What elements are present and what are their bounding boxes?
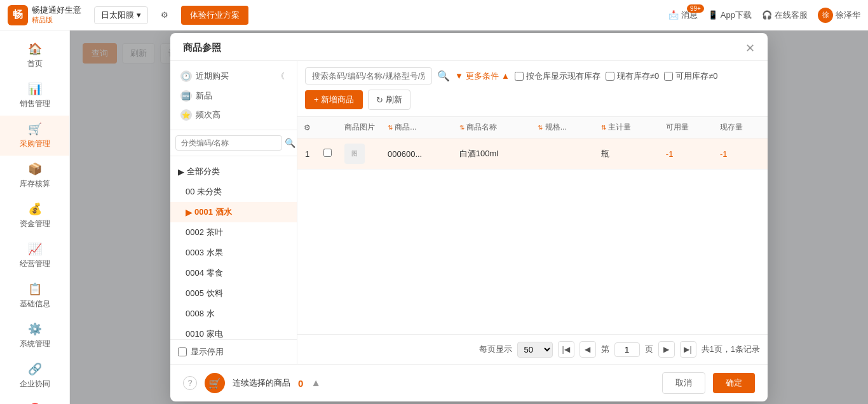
category-appliance[interactable]: 0010 家电 <box>170 324 297 339</box>
row-stock: -1 <box>714 138 768 170</box>
product-table-container: ⚙ 商品图片 ⇅ 商品... <box>297 117 768 334</box>
sidebar-item-basic-info[interactable]: 📋 基础信息 <box>0 276 69 316</box>
nav-frequent[interactable]: ⭐ 频次高 <box>175 105 292 125</box>
row-name: 白酒100ml <box>453 138 532 170</box>
col-name[interactable]: ⇅ 商品名称 <box>453 117 532 138</box>
filter-stock-nonzero-checkbox[interactable] <box>606 72 614 81</box>
logo-text: 畅捷通好生意 精品版 <box>32 5 81 25</box>
expand-arrow-icon: ▶ <box>178 167 184 177</box>
refresh-btn[interactable]: ↻ 刷新 <box>368 90 410 110</box>
sidebar-item-home[interactable]: 🏠 首页 <box>0 36 69 76</box>
modal-body: 🕐 近期购买 《 🆕 新品 ⭐ 频次高 <box>170 61 768 364</box>
product-search-btn[interactable]: 🔍 <box>437 70 450 82</box>
nav-recent[interactable]: 🕐 近期购买 《 <box>175 66 292 86</box>
row-code: 000600... <box>381 138 453 170</box>
category-all[interactable]: ▶ 全部分类 <box>170 161 297 182</box>
bell-icon: 📩 <box>668 10 679 20</box>
show-disabled-checkbox[interactable] <box>178 347 187 356</box>
cancel-btn[interactable]: 取消 <box>662 372 705 394</box>
cart-btn[interactable]: 🛒 <box>205 373 225 393</box>
sales-icon: 📊 <box>28 82 42 96</box>
category-tea[interactable]: 0002 茶叶 <box>170 222 297 243</box>
col-checkbox <box>317 117 338 138</box>
new-icon: 🆕 <box>180 90 192 102</box>
add-product-btn[interactable]: + 新增商品 <box>305 90 363 109</box>
nav-new[interactable]: 🆕 新品 <box>175 86 292 105</box>
store-selector[interactable]: 日太阳膜 ▾ <box>94 6 148 24</box>
sidebar-item-enterprise[interactable]: 🔗 企业协同 <box>0 356 69 396</box>
sidebar-item-purchase[interactable]: 🛒 采购管理 <box>0 116 69 156</box>
last-page-btn[interactable]: ▶| <box>680 341 696 358</box>
row-available: -1 <box>660 138 714 170</box>
avatar: 徐 <box>818 8 833 23</box>
product-search-input[interactable] <box>305 67 432 84</box>
sidebar-item-guide[interactable]: 🎯 新手引导 <box>0 396 69 404</box>
product-thumbnail: 图 <box>344 144 365 164</box>
col-image: 商品图片 <box>338 117 381 138</box>
category-water[interactable]: 0008 水 <box>170 304 297 324</box>
modal-footer: ? 🛒 连续选择的商品 0 ▲ 取消 确定 <box>170 364 768 401</box>
filter-available-nonzero-checkbox[interactable] <box>664 72 673 81</box>
modal-header: 商品参照 ✕ <box>170 33 768 61</box>
app-download-btn[interactable]: 📱 App下载 <box>708 10 752 21</box>
filter-by-warehouse[interactable]: 按仓库显示现有库存 <box>515 71 600 82</box>
prev-page-btn[interactable]: ◀ <box>580 341 596 358</box>
more-filter-btn[interactable]: ▼ 更多条件 ▲ <box>455 71 510 82</box>
filter-by-warehouse-checkbox[interactable] <box>515 72 524 81</box>
settings-icon[interactable]: ⚙ <box>154 5 175 25</box>
operations-icon: 📈 <box>28 242 42 256</box>
category-search-input[interactable] <box>175 135 282 151</box>
page-number-input[interactable] <box>614 342 640 357</box>
logo-area: 畅 畅捷通好生意 精品版 <box>8 5 81 25</box>
active-arrow-icon: ▶ <box>186 208 192 217</box>
headset-icon: 🎧 <box>762 10 772 20</box>
category-search-btn[interactable]: 🔍 <box>285 138 295 148</box>
left-panel-footer: 显示停用 <box>170 339 297 364</box>
home-icon: 🏠 <box>28 42 42 56</box>
sidebar-item-system[interactable]: ⚙️ 系统管理 <box>0 316 69 356</box>
table-header-row: ⚙ 商品图片 ⇅ 商品... <box>297 117 768 138</box>
sort-icon-spec: ⇅ <box>538 124 543 131</box>
first-page-btn[interactable]: |◀ <box>558 341 574 358</box>
category-snack[interactable]: 0004 零食 <box>170 263 297 283</box>
show-disabled-label[interactable]: 显示停用 <box>178 346 289 358</box>
next-page-btn[interactable]: ▶ <box>658 341 675 358</box>
experience-btn[interactable]: 体验行业方案 <box>181 6 248 25</box>
notification-btn[interactable]: 📩 消息 99+ <box>668 10 698 21</box>
collapse-footer-btn[interactable]: ▲ <box>311 377 321 389</box>
modal-close-btn[interactable]: ✕ <box>745 43 755 54</box>
sidebar-item-operations[interactable]: 📈 经营管理 <box>0 236 69 276</box>
right-panel: 🔍 ▼ 更多条件 ▲ 按仓库显示现有库存 现有库存≠0 <box>297 61 768 364</box>
filter-available-nonzero[interactable]: 可用库存≠0 <box>664 71 717 82</box>
sidebar-item-sales[interactable]: 📊 销售管理 <box>0 76 69 116</box>
row-index: 1 <box>297 138 317 170</box>
category-uncategorized[interactable]: 00 未分类 <box>170 182 297 202</box>
basic-info-icon: 📋 <box>28 282 42 296</box>
category-list: ▶ 全部分类 00 未分类 ▶ 0001 酒水 0002 茶叶 <box>170 156 297 339</box>
col-unit[interactable]: ⇅ 主计量 <box>595 117 660 138</box>
row-checkbox-cell[interactable] <box>317 138 338 170</box>
help-btn[interactable]: ? <box>183 376 197 390</box>
confirm-btn[interactable]: 确定 <box>713 373 755 393</box>
col-spec[interactable]: ⇅ 规格... <box>531 117 594 138</box>
enterprise-icon: 🔗 <box>28 362 42 376</box>
filter-stock-nonzero[interactable]: 现有库存≠0 <box>606 71 659 82</box>
page-size-select[interactable]: 50 100 200 <box>517 342 553 358</box>
online-service-btn[interactable]: 🎧 在线客服 <box>762 10 808 21</box>
sort-icon: ⇅ <box>388 124 393 131</box>
sidebar-item-inventory[interactable]: 📦 库存核算 <box>0 156 69 196</box>
table-row[interactable]: 1 图 000600... 白酒100ml <box>297 138 768 170</box>
category-liquor[interactable]: ▶ 0001 酒水 <box>170 202 297 222</box>
sort-icon-unit: ⇅ <box>601 124 606 131</box>
category-fruit[interactable]: 0003 水果 <box>170 243 297 263</box>
collapse-btn[interactable]: 《 <box>274 70 287 83</box>
main-content: 查询 刷新 设置 商品参照 ✕ 🕐 <box>70 30 868 404</box>
refresh-icon: ↻ <box>376 95 383 105</box>
category-drink[interactable]: 0005 饮料 <box>170 283 297 304</box>
sidebar-item-finance[interactable]: 💰 资金管理 <box>0 196 69 236</box>
col-settings[interactable]: ⚙ <box>297 117 317 138</box>
row-checkbox[interactable] <box>323 149 332 157</box>
user-area[interactable]: 徐 徐泽华 <box>818 8 860 23</box>
modal-title: 商品参照 <box>183 42 221 54</box>
col-code[interactable]: ⇅ 商品... <box>381 117 453 138</box>
